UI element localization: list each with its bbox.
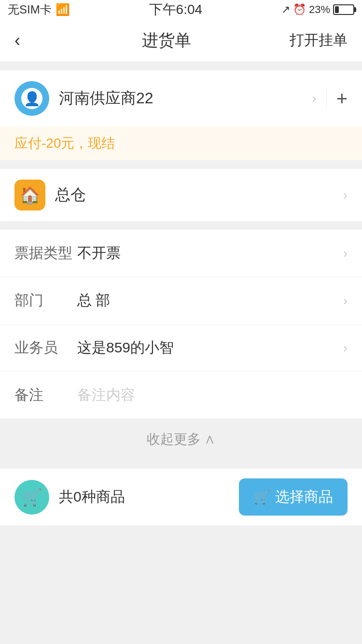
- department-value: 总 部: [77, 291, 343, 310]
- back-button[interactable]: ‹: [14, 30, 43, 51]
- select-product-button[interactable]: 🛒 选择商品: [239, 478, 348, 516]
- cart-icon: 🛒: [22, 488, 42, 507]
- select-product-icon: 🛒: [253, 489, 270, 505]
- status-bar: 无SIM卡 📶 下午6:04 ↗ ⏰ 23%: [0, 0, 362, 19]
- warehouse-row[interactable]: 🏠 总仓 ›: [0, 169, 362, 221]
- section-gap-1: [0, 62, 362, 70]
- remark-row[interactable]: 备注 备注内容: [0, 371, 362, 419]
- select-product-label: 选择商品: [275, 487, 333, 507]
- section-gap-3: [0, 221, 362, 230]
- status-right: ↗ ⏰ 23%: [281, 3, 354, 16]
- product-count: 共0种商品: [59, 487, 229, 507]
- bottom-bg: [0, 525, 362, 644]
- battery-icon: [333, 4, 354, 15]
- page-title: 进货单: [142, 29, 191, 52]
- supplier-row[interactable]: 👤 河南供应商22 › +: [0, 70, 362, 126]
- product-icon: 🛒: [14, 480, 49, 515]
- open-pending-button[interactable]: 打开挂单: [290, 30, 348, 50]
- collapse-row[interactable]: 收起更多 ∧: [0, 419, 362, 460]
- warehouse-name: 总仓: [55, 184, 343, 206]
- salesman-chevron-icon: ›: [343, 340, 348, 356]
- alert-banner: 应付-20元，现结: [0, 126, 362, 160]
- alert-text: 应付-20元，现结: [14, 136, 115, 151]
- time-label: 下午6:04: [149, 0, 203, 19]
- salesman-label: 业务员: [14, 338, 77, 358]
- invoice-label: 票据类型: [14, 243, 77, 263]
- collapse-label: 收起更多 ∧: [147, 430, 216, 448]
- vertical-divider: [326, 88, 327, 109]
- warehouse-section: 🏠 总仓 ›: [0, 169, 362, 221]
- carrier-label: 无SIM卡: [8, 2, 52, 17]
- remark-label: 备注: [14, 385, 77, 405]
- warehouse-chevron-icon: ›: [343, 187, 348, 203]
- supplier-chevron-icon: ›: [312, 91, 316, 106]
- remark-input[interactable]: 备注内容: [77, 385, 348, 405]
- department-label: 部门: [14, 291, 77, 310]
- supplier-avatar: 👤: [14, 81, 49, 116]
- product-row: 🛒 共0种商品 🛒 选择商品: [0, 469, 362, 525]
- department-row[interactable]: 部门 总 部 ›: [0, 277, 362, 324]
- home-icon: 🏠: [20, 185, 40, 205]
- warehouse-icon: 🏠: [14, 180, 45, 210]
- salesman-row[interactable]: 业务员 这是859的小智 ›: [0, 324, 362, 371]
- supplier-name: 河南供应商22: [59, 88, 312, 109]
- department-chevron-icon: ›: [343, 293, 348, 308]
- nav-bar: ‹ 进货单 打开挂单: [0, 19, 362, 62]
- invoice-chevron-icon: ›: [343, 246, 348, 261]
- location-icon: ↗: [281, 3, 290, 16]
- wifi-icon: 📶: [56, 3, 70, 16]
- form-section: 票据类型 不开票 › 部门 总 部 › 业务员 这是859的小智 › 备注 备注…: [0, 230, 362, 419]
- salesman-value: 这是859的小智: [77, 338, 343, 358]
- user-icon: 👤: [24, 91, 41, 107]
- supplier-actions: › +: [312, 88, 348, 110]
- invoice-type-row[interactable]: 票据类型 不开票 ›: [0, 230, 362, 277]
- battery-percent: 23%: [309, 3, 330, 16]
- alarm-icon: ⏰: [293, 3, 306, 16]
- invoice-value: 不开票: [77, 243, 343, 263]
- add-button[interactable]: +: [336, 88, 348, 110]
- supplier-section: 👤 河南供应商22 › + 应付-20元，现结: [0, 70, 362, 160]
- section-gap-4: [0, 460, 362, 469]
- status-left: 无SIM卡 📶: [8, 2, 70, 17]
- section-gap-2: [0, 160, 362, 169]
